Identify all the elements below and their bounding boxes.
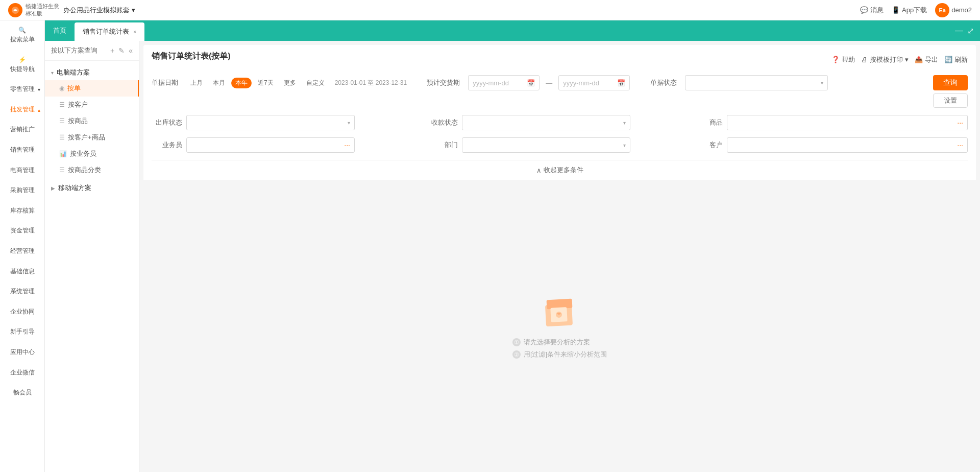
sidebar-item-enterprise[interactable]: 企业协同 bbox=[0, 302, 44, 322]
filter-row-3: 业务员 ··· 部门 ▾ bbox=[152, 137, 968, 153]
salesman-more-icon[interactable]: ··· bbox=[344, 141, 350, 149]
scheme-item-by-salesman[interactable]: 📊 按业务员 bbox=[45, 146, 139, 162]
query-btn-area: 查询 设置 bbox=[933, 75, 968, 108]
sidebar-item-shortcuts[interactable]: ⚡ 快捷导航 bbox=[0, 50, 44, 80]
scheme-group-desktop-header[interactable]: ▾ 电脑端方案 bbox=[45, 65, 139, 80]
tab-home[interactable]: 首页 bbox=[45, 20, 75, 41]
scheme-group-desktop: ▾ 电脑端方案 ◉ 按单 ☰ 按客户 ☰ 按商品 bbox=[45, 65, 139, 178]
export-button[interactable]: 📤 导出 bbox=[915, 55, 938, 64]
settings-button[interactable]: 设置 bbox=[933, 93, 968, 108]
forecast-end-date[interactable]: yyyy-mm-dd 📅 bbox=[558, 75, 630, 90]
panel-actions: + ✎ « bbox=[110, 46, 133, 55]
customer-input[interactable]: ··· bbox=[727, 137, 968, 153]
sidebar-item-wholesale[interactable]: 批发管理 ▴ bbox=[0, 100, 44, 120]
date-separator: — bbox=[544, 79, 554, 87]
status-label: 单据状态 bbox=[646, 78, 677, 87]
sidebar-item-marketing[interactable]: 营销推广 bbox=[0, 120, 44, 140]
salesman-field: 业务员 ··· bbox=[152, 137, 417, 153]
hint-item-2: ② 用[过滤]条件来缩小分析范围 bbox=[512, 350, 607, 359]
empty-hints: ① 请先选择要分析的方案 ② 用[过滤]条件来缩小分析范围 bbox=[512, 338, 607, 362]
user-profile[interactable]: Ea demo2 bbox=[935, 3, 972, 17]
scheme-list-icon-2: ☰ bbox=[59, 117, 65, 125]
query-button[interactable]: 查询 bbox=[933, 75, 968, 90]
payment-status-select[interactable]: ▾ bbox=[462, 115, 630, 130]
maximize-icon[interactable]: ⤢ bbox=[967, 26, 974, 36]
dept-field: 部门 ▾ bbox=[427, 137, 693, 153]
expand-icon-2: ▴ bbox=[38, 107, 40, 112]
sidebar-item-newbie[interactable]: 新手引导 bbox=[0, 322, 44, 342]
topbar-right: 💬 消息 📱 App下载 Ea demo2 bbox=[860, 3, 972, 17]
date-btn-this-year[interactable]: 本年 bbox=[231, 78, 252, 88]
sidebar-item-wechat[interactable]: 企业微信 bbox=[0, 363, 44, 383]
sidebar-item-system[interactable]: 系统管理 bbox=[0, 281, 44, 302]
date-btn-custom[interactable]: 自定义 bbox=[302, 78, 329, 88]
print-dropdown-icon: ▾ bbox=[905, 56, 909, 63]
customer-label: 客户 bbox=[702, 140, 723, 150]
date-btn-last-month[interactable]: 上月 bbox=[186, 78, 207, 88]
app-selector[interactable]: 办公用品行业模拟账套 ▾ bbox=[63, 6, 135, 15]
shipment-dropdown-icon: ▾ bbox=[348, 120, 350, 126]
sidebar-item-basic-info[interactable]: 基础信息 bbox=[0, 262, 44, 282]
customer-more-icon[interactable]: ··· bbox=[957, 141, 963, 149]
help-button[interactable]: ❓ 帮助 bbox=[831, 55, 855, 64]
shipment-status-field: 出库状态 ▾ bbox=[152, 115, 417, 130]
result-area: ① 请先选择要分析的方案 ② 用[过滤]条件来缩小分析范围 bbox=[143, 180, 976, 468]
sidebar-item-operations[interactable]: 经营管理 bbox=[0, 241, 44, 262]
tab-sales-order-stats[interactable]: 销售订单统计表 × bbox=[75, 22, 144, 41]
scheme-group-mobile-header[interactable]: ▶ 移动端方案 bbox=[45, 180, 139, 196]
shipment-status-select[interactable]: ▾ bbox=[186, 115, 355, 130]
dept-select[interactable]: ▾ bbox=[462, 137, 630, 153]
forecast-start-date[interactable]: yyyy-mm-dd 📅 bbox=[468, 75, 540, 90]
goods-label: 商品 bbox=[702, 118, 723, 127]
refresh-button[interactable]: 🔄 刷新 bbox=[944, 55, 968, 64]
forecast-start-placeholder: yyyy-mm-dd bbox=[473, 79, 509, 87]
date-btn-last-7-days[interactable]: 近7天 bbox=[254, 78, 278, 88]
salesman-input[interactable]: ··· bbox=[186, 137, 355, 153]
download-icon: 📱 bbox=[892, 6, 900, 14]
sidebar-item-purchase[interactable]: 采购管理 bbox=[0, 180, 44, 201]
print-button[interactable]: 🖨 按模板打印 ▾ bbox=[861, 55, 909, 64]
empty-illustration bbox=[536, 286, 582, 332]
scheme-item-by-customer-goods[interactable]: ☰ 按客户+商品 bbox=[45, 129, 139, 146]
shortcuts-icon: ⚡ bbox=[18, 56, 26, 63]
status-dropdown-icon: ▾ bbox=[821, 80, 823, 86]
scheme-group-mobile: ▶ 移动端方案 bbox=[45, 180, 139, 196]
app-download-button[interactable]: 📱 App下载 bbox=[892, 6, 927, 15]
status-select[interactable]: ▾ bbox=[685, 75, 828, 90]
sidebar-item-retail[interactable]: 零售管理 ▾ bbox=[0, 79, 44, 100]
scheme-item-by-goods[interactable]: ☰ 按商品 bbox=[45, 113, 139, 129]
forecast-end-placeholder: yyyy-mm-dd bbox=[563, 79, 599, 87]
collapse-panel-button[interactable]: « bbox=[129, 46, 133, 55]
scheme-item-by-customer[interactable]: ☰ 按客户 bbox=[45, 97, 139, 113]
add-scheme-button[interactable]: + bbox=[110, 46, 114, 55]
minimize-icon[interactable]: — bbox=[955, 26, 963, 35]
logo-area: 畅捷通好生意 标准版 bbox=[8, 3, 59, 17]
collapse-button[interactable]: ∧ 收起更多条件 bbox=[536, 166, 583, 175]
goods-more-icon[interactable]: ··· bbox=[957, 119, 963, 127]
scheme-list-icon-3: ☰ bbox=[59, 134, 65, 141]
edit-scheme-button[interactable]: ✎ bbox=[118, 46, 125, 55]
scheme-list-icon-4: ☰ bbox=[59, 167, 65, 174]
topbar-left: 畅捷通好生意 标准版 办公用品行业模拟账套 ▾ bbox=[8, 3, 135, 17]
sidebar-item-search[interactable]: 🔍 搜索菜单 bbox=[0, 20, 44, 50]
date-btn-more[interactable]: 更多 bbox=[280, 78, 300, 88]
sidebar-item-sales[interactable]: 销售管理 bbox=[0, 140, 44, 160]
page-header-actions: ❓ 帮助 🖨 按模板打印 ▾ 📤 导出 🔄 bbox=[831, 55, 968, 64]
sidebar-item-app-center[interactable]: 应用中心 bbox=[0, 342, 44, 363]
tab-close-icon[interactable]: × bbox=[133, 29, 136, 35]
date-label: 单据日期 bbox=[152, 78, 178, 87]
page-title: 销售订单统计表(按单) bbox=[152, 51, 231, 68]
customer-field: 客户 ··· bbox=[702, 137, 968, 153]
scheme-item-by-category[interactable]: ☰ 按商品分类 bbox=[45, 162, 139, 178]
search-menu-icon: 🔍 bbox=[18, 27, 26, 34]
goods-input[interactable]: ··· bbox=[727, 115, 968, 130]
sidebar-item-ecommerce[interactable]: 电商管理 bbox=[0, 160, 44, 181]
message-button[interactable]: 💬 消息 bbox=[860, 6, 884, 15]
sidebar-item-member[interactable]: 畅会员 bbox=[0, 383, 44, 403]
print-icon: 🖨 bbox=[861, 56, 868, 63]
salesman-label: 业务员 bbox=[152, 140, 182, 150]
sidebar-item-inventory[interactable]: 库存核算 bbox=[0, 201, 44, 221]
date-btn-this-month[interactable]: 本月 bbox=[209, 78, 229, 88]
scheme-item-by-order[interactable]: ◉ 按单 bbox=[45, 80, 139, 97]
sidebar-item-finance[interactable]: 资金管理 bbox=[0, 221, 44, 241]
